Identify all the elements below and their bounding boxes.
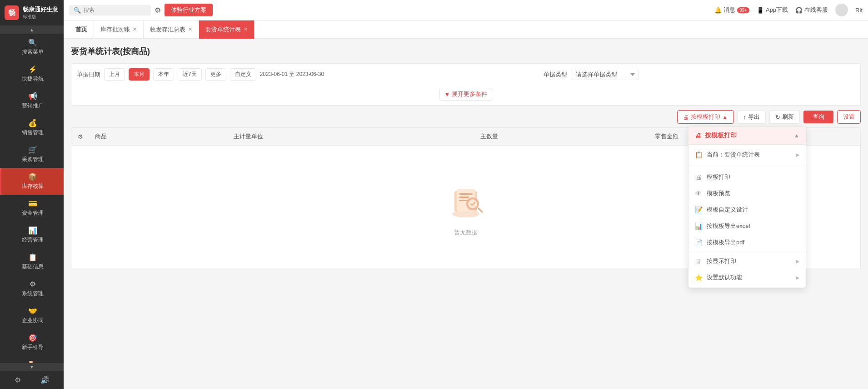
search-box[interactable]: 🔍 bbox=[69, 5, 151, 15]
search-input[interactable] bbox=[84, 7, 138, 13]
sidebar-item-operation[interactable]: 📊经营管理 bbox=[0, 222, 64, 248]
col-quantity: 主数量 bbox=[475, 128, 649, 146]
tab-requisition-stats[interactable]: 要货单统计表✕ bbox=[199, 20, 254, 39]
sidebar-scroll-down[interactable]: ▼ bbox=[0, 363, 64, 371]
sidebar-label-newbie: 新手引导 bbox=[22, 344, 44, 351]
topbar-gear-icon[interactable]: ⚙ bbox=[155, 6, 161, 15]
this-year-btn[interactable]: 本年 bbox=[153, 68, 174, 81]
sidebar-icon-sales: 💰 bbox=[28, 119, 37, 127]
tab-receivable-summary[interactable]: 收发存汇总表✕ bbox=[144, 20, 199, 39]
icon-template-preview: 👁 bbox=[695, 190, 702, 197]
dropdown-item-display-print[interactable]: 🖥按显示打印▶ bbox=[688, 253, 806, 269]
sidebar-icon-basic: 📋 bbox=[28, 253, 37, 262]
more-btn[interactable]: 更多 bbox=[205, 68, 226, 81]
tab-inventory-batch[interactable]: 库存批次账✕ bbox=[94, 20, 144, 39]
col-settings[interactable]: ⚙ bbox=[71, 128, 90, 146]
sidebar-icon-inventory: 📦 bbox=[28, 172, 37, 181]
sidebar-icon-quick-nav: ⚡ bbox=[28, 65, 37, 74]
sidebar-item-quick-nav[interactable]: ⚡快捷导航 bbox=[0, 61, 64, 87]
query-button[interactable]: 查询 bbox=[803, 111, 833, 123]
sidebar-label-collab: 企业协同 bbox=[22, 317, 44, 324]
sidebar-scroll-up[interactable]: ▲ bbox=[0, 26, 64, 34]
order-type-select[interactable]: 请选择单据类型 bbox=[571, 69, 639, 80]
last-7-days-btn[interactable]: 近7天 bbox=[178, 68, 202, 81]
sidebar-icon-newbie: 🎯 bbox=[28, 333, 37, 342]
sound-icon[interactable]: 🔊 bbox=[40, 376, 50, 384]
sidebar-label-operation: 经营管理 bbox=[22, 236, 44, 244]
sidebar-item-basic[interactable]: 📋基础信息 bbox=[0, 248, 64, 275]
expand-icon: ▼ bbox=[444, 91, 450, 98]
sidebar-label-purchase: 采购管理 bbox=[22, 156, 44, 163]
order-type-label: 单据类型 bbox=[544, 71, 567, 79]
current-template-item[interactable]: 📋 当前：要货单统计表 ▶ bbox=[688, 147, 806, 163]
dropdown-item-template-print[interactable]: 🖨模板打印 bbox=[688, 169, 806, 185]
sidebar-label-inventory: 库存核算 bbox=[22, 182, 44, 190]
tab-home[interactable]: 首页 bbox=[69, 20, 94, 39]
main-area: 🔍 ⚙ 体验行业方案 🔔 消息 99+ 📱 App下载 🎧 在线客服 Rit bbox=[64, 0, 868, 389]
label-template-export-excel: 按模板导出excel bbox=[707, 222, 750, 230]
sidebar-item-newbie[interactable]: 🎯新手引导 bbox=[0, 329, 64, 356]
sidebar-item-system[interactable]: ⚙系统管理 bbox=[0, 275, 64, 302]
dropdown-item-template-design[interactable]: 📝模板自定义设计 bbox=[688, 202, 806, 218]
online-service-item[interactable]: 🎧 在线客服 bbox=[795, 6, 828, 14]
sidebar-label-quick-nav: 快捷导航 bbox=[22, 75, 44, 83]
tab-close-receivable-summary[interactable]: ✕ bbox=[188, 26, 192, 32]
avatar[interactable] bbox=[835, 4, 848, 16]
printer-icon: 🖨 bbox=[683, 114, 689, 121]
dropdown-close-arrow[interactable]: ▲ bbox=[794, 132, 799, 139]
this-month-btn[interactable]: 本月 bbox=[129, 68, 150, 81]
sidebar-item-sales[interactable]: 💰销售管理 bbox=[0, 114, 64, 141]
export-icon: ↑ bbox=[743, 114, 747, 121]
print-button[interactable]: 🖨 按模板打印 ▲ bbox=[677, 110, 734, 124]
sidebar: 畅 畅康通好生意 标准版 ▲ 🔍搜索菜单⚡快捷导航📢营销推广💰销售管理🛒采购管理… bbox=[0, 0, 64, 389]
label-template-preview: 模板预览 bbox=[707, 189, 730, 197]
sidebar-item-inventory[interactable]: 📦库存核算 bbox=[0, 168, 64, 195]
export-button[interactable]: ↑ 导出 bbox=[738, 110, 766, 124]
sidebar-icon-finance: 💳 bbox=[28, 199, 37, 208]
trial-industry-button[interactable]: 体验行业方案 bbox=[165, 4, 213, 16]
expand-filter-button[interactable]: ▼ 展开更多条件 bbox=[439, 88, 493, 101]
col-unit: 主计量单位 bbox=[228, 128, 475, 146]
tab-label-requisition-stats: 要货单统计表 bbox=[205, 25, 241, 34]
empty-text: 暂无数据 bbox=[454, 228, 478, 237]
page-title: 要货单统计表(按商品) bbox=[71, 46, 861, 57]
sidebar-item-collab[interactable]: 🤝企业协同 bbox=[0, 302, 64, 329]
tab-close-inventory-batch[interactable]: ✕ bbox=[133, 26, 137, 32]
sidebar-item-marketing[interactable]: 📢营销推广 bbox=[0, 87, 64, 114]
sidebar-nav: 🔍搜索菜单⚡快捷导航📢营销推广💰销售管理🛒采购管理📦库存核算💳资金管理📊经营管理… bbox=[0, 34, 64, 363]
date-filter-label: 单据日期 bbox=[77, 71, 100, 79]
dropdown-item-template-export-excel[interactable]: 📊按模板导出excel bbox=[688, 218, 806, 234]
dropdown-title: 按模板打印 bbox=[705, 131, 737, 140]
sidebar-item-purchase[interactable]: 🛒采购管理 bbox=[0, 141, 64, 168]
tab-close-requisition-stats[interactable]: ✕ bbox=[244, 26, 248, 32]
sidebar-label-system: 系统管理 bbox=[22, 290, 44, 298]
print-dropdown-panel: 🖨 按模板打印 ▲ 📋 当前：要货单统计表 ▶ bbox=[688, 126, 806, 288]
app-download-item[interactable]: 📱 App下载 bbox=[757, 6, 788, 14]
empty-icon bbox=[443, 177, 489, 223]
content-area: 要货单统计表(按商品) 单据日期 上月 本月 本年 近7天 更多 自定义 202… bbox=[64, 39, 868, 389]
refresh-button[interactable]: ↻ 刷新 bbox=[769, 110, 800, 124]
sidebar-icon-collab: 🤝 bbox=[28, 307, 37, 315]
icon-display-print: 🖥 bbox=[695, 258, 702, 265]
app-name: 畅康通好生意 标准版 bbox=[23, 5, 58, 20]
settings-icon[interactable]: ⚙ bbox=[15, 376, 21, 384]
dropdown-item-template-export-pdf[interactable]: 📄按模板导出pdf bbox=[688, 234, 806, 251]
sidebar-item-appstore[interactable]: 🏪应用中心 bbox=[0, 356, 64, 363]
sidebar-item-finance[interactable]: 💳资金管理 bbox=[0, 195, 64, 222]
tabbar: 首页库存批次账✕收发存汇总表✕要货单统计表✕ bbox=[64, 20, 868, 39]
current-template-icon: 📋 bbox=[695, 151, 702, 158]
app-logo: 畅 畅康通好生意 标准版 bbox=[0, 0, 64, 26]
dropdown-item-template-preview[interactable]: 👁模板预览 bbox=[688, 185, 806, 202]
sidebar-label-marketing: 营销推广 bbox=[22, 102, 44, 110]
custom-btn[interactable]: 自定义 bbox=[230, 68, 256, 81]
icon-template-export-pdf: 📄 bbox=[695, 239, 702, 246]
sidebar-icon-marketing: 📢 bbox=[28, 92, 37, 101]
settings-button[interactable]: 设置 bbox=[837, 110, 861, 124]
icon-template-export-excel: 📊 bbox=[695, 222, 702, 230]
last-month-btn[interactable]: 上月 bbox=[104, 68, 125, 81]
dropdown-printer-icon: 🖨 bbox=[695, 132, 701, 139]
notifications-item[interactable]: 🔔 消息 99+ bbox=[714, 6, 749, 14]
sidebar-item-search[interactable]: 🔍搜索菜单 bbox=[0, 34, 64, 61]
tab-label-receivable-summary: 收发存汇总表 bbox=[150, 25, 185, 34]
dropdown-item-default-function[interactable]: ⭐设置默认功能▶ bbox=[688, 269, 806, 286]
